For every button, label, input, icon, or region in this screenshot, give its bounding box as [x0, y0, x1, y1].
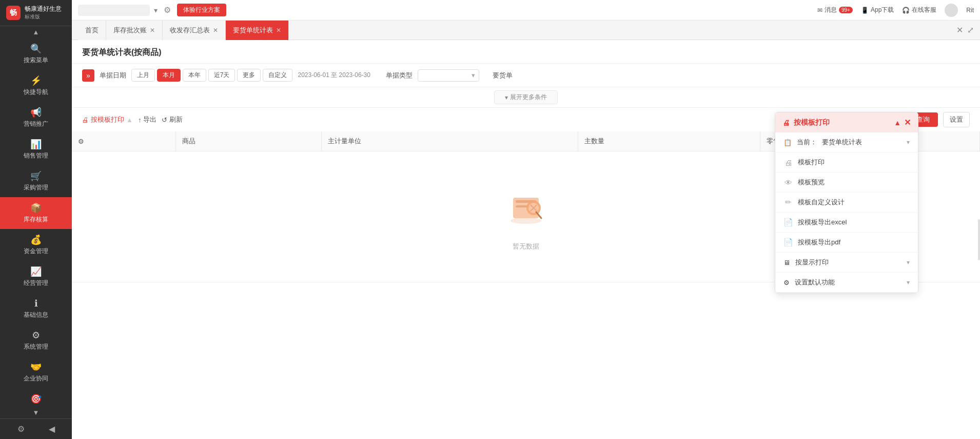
- tab-home[interactable]: 首页: [78, 21, 106, 40]
- sidebar-label-quick-nav: 快捷导航: [24, 88, 48, 97]
- date-btn-7days[interactable]: 近7天: [208, 69, 236, 82]
- refresh-btn[interactable]: ↺ 刷新: [162, 115, 183, 124]
- tabs-close-all-btn[interactable]: ✕: [956, 25, 963, 35]
- sidebar-icon-guide: 🎯: [30, 393, 42, 405]
- print-item-icon-template-custom: ✏: [783, 198, 793, 207]
- tab-receipt-summary[interactable]: 收发存汇总表✕: [163, 21, 226, 40]
- col-header-0: ⚙: [72, 131, 176, 151]
- print-dropdown-close-btn[interactable]: ✕: [904, 118, 911, 127]
- topbar-right: ✉ 消息 99+ 📱 App下载 🎧 在线客服 Rit: [817, 4, 974, 17]
- sidebar-icon-sales: 📊: [30, 139, 42, 150]
- print-sub-display-print[interactable]: 🖥按显示打印▾: [775, 253, 918, 273]
- sidebar-label-enterprise: 企业协同: [24, 374, 48, 383]
- messages-btn[interactable]: ✉ 消息 99+: [817, 6, 853, 14]
- type-select-wrap: [418, 69, 479, 82]
- print-item-template-custom[interactable]: ✏模板自定义设计: [775, 193, 918, 213]
- trial-btn[interactable]: 体验行业方案: [177, 4, 226, 16]
- sidebar-icon-finance: 💰: [30, 234, 42, 245]
- filter-bar: » 单据日期 上月本月本年近7天更多自定义 2023-06-01 至 2023-…: [72, 64, 980, 87]
- export-icon: ↑: [138, 116, 142, 124]
- refresh-label: 刷新: [169, 115, 183, 124]
- app-download-btn[interactable]: 📱 App下载: [861, 6, 894, 14]
- sidebar-item-system[interactable]: ⚙系统管理: [0, 325, 72, 356]
- current-template-row[interactable]: 📋 当前： 要货单统计表 ▾: [775, 132, 918, 152]
- date-btn-custom[interactable]: 自定义: [263, 69, 292, 82]
- print-item-label-template-export-pdf: 按模板导出pdf: [798, 238, 840, 247]
- tab-close-inventory-batch[interactable]: ✕: [150, 27, 155, 34]
- col-header-1: 商品: [176, 131, 321, 151]
- export-btn[interactable]: ↑ 导出: [138, 115, 157, 124]
- sidebar-item-guide[interactable]: 🎯新手引导: [0, 388, 72, 407]
- sidebar-label-sales: 销售管理: [24, 151, 48, 160]
- sidebar-item-sales[interactable]: 📊销售管理: [0, 133, 72, 165]
- settings-btn[interactable]: 设置: [943, 112, 970, 127]
- print-item-template-print[interactable]: 🖨模板打印: [775, 152, 918, 173]
- svg-point-0: [511, 218, 541, 224]
- print-item-template-export-excel[interactable]: 📄按模板导出excel: [775, 213, 918, 233]
- username: Rit: [966, 7, 974, 14]
- date-btn-more[interactable]: 更多: [237, 69, 261, 82]
- online-service-btn[interactable]: 🎧 在线客服: [902, 6, 936, 14]
- sidebar-item-quick-nav[interactable]: ⚡快捷导航: [0, 70, 72, 102]
- topbar: ▾ ⚙ 体验行业方案 ✉ 消息 99+ 📱 App下载 🎧 在线客服 Rit: [72, 0, 980, 21]
- empty-text: 暂无数据: [513, 242, 539, 251]
- search-input[interactable]: [78, 5, 150, 16]
- settings-gear-icon[interactable]: ⚙: [164, 5, 171, 15]
- sidebar-item-search[interactable]: 🔍搜索菜单: [0, 38, 72, 70]
- type-select[interactable]: [418, 69, 479, 82]
- messages-label: 消息: [825, 6, 837, 14]
- sidebar-label-basic-info: 基础信息: [24, 311, 48, 319]
- tab-order-stats[interactable]: 要货单统计表✕: [226, 21, 289, 40]
- print-item-label-template-print: 模板打印: [798, 158, 825, 167]
- sidebar-item-operation[interactable]: 📈经营管理: [0, 261, 72, 293]
- sidebar-scroll-down[interactable]: ▼: [0, 407, 72, 418]
- sidebar-item-basic-info[interactable]: ℹ基础信息: [0, 293, 72, 325]
- print-sub-set-default[interactable]: ⚙设置默认功能▾: [775, 273, 918, 293]
- print-dropdown-header: 🖨 按模板打印 ▲ ✕: [775, 112, 918, 132]
- search-dropdown-btn[interactable]: ▾: [154, 6, 158, 14]
- sidebar-icon-quick-nav: ⚡: [30, 75, 42, 86]
- sidebar-item-marketing[interactable]: 📢营销推广: [0, 102, 72, 133]
- service-icon: 🎧: [902, 7, 910, 14]
- col-settings-icon[interactable]: ⚙: [78, 138, 84, 145]
- sidebar-icon-system: ⚙: [32, 330, 40, 341]
- expand-more-btn[interactable]: ▾ 展开更多条件: [494, 90, 558, 104]
- sidebar-footer: ⚙ ◀: [0, 418, 72, 439]
- print-sub-icon-display-print: 🖥: [783, 259, 790, 266]
- sidebar-item-enterprise[interactable]: 🤝企业协同: [0, 356, 72, 388]
- collapse-icon[interactable]: ◀: [49, 424, 55, 434]
- tab-inventory-batch[interactable]: 库存批次账✕: [106, 21, 163, 40]
- current-label: 当前：: [797, 138, 817, 147]
- order-type-label: 要货单: [493, 71, 513, 80]
- tabs-expand-btn[interactable]: ⤢: [967, 25, 974, 35]
- sidebar-icon-marketing: 📢: [30, 107, 42, 118]
- message-icon: ✉: [817, 7, 822, 14]
- tab-close-receipt-summary[interactable]: ✕: [213, 27, 218, 34]
- page-content: 要货单统计表(按商品) » 单据日期 上月本月本年近7天更多自定义 2023-0…: [72, 40, 980, 439]
- sidebar-logo: 畅 畅康通好生意 标准版: [0, 0, 72, 26]
- print-item-icon-template-export-pdf: 📄: [783, 238, 793, 247]
- filter-expand-icon-btn[interactable]: »: [82, 69, 94, 82]
- sidebar-scroll-up[interactable]: ▲: [0, 26, 72, 38]
- settings-icon[interactable]: ⚙: [17, 424, 25, 434]
- print-btn[interactable]: 🖨 按模板打印 ▲: [82, 115, 133, 124]
- date-btn-current[interactable]: 本月: [157, 69, 181, 82]
- sidebar-item-inventory[interactable]: 📦库存核算: [0, 197, 72, 229]
- page-title: 要货单统计表(按商品): [82, 48, 162, 56]
- date-btn-prev[interactable]: 上月: [131, 69, 155, 82]
- print-item-template-preview[interactable]: 👁模板预览: [775, 173, 918, 193]
- sidebar-icon-search: 🔍: [30, 43, 42, 54]
- print-item-template-export-pdf[interactable]: 📄按模板导出pdf: [775, 233, 918, 253]
- sidebar-icon-operation: 📈: [30, 266, 42, 277]
- sub-arrow-display-print: ▾: [907, 259, 910, 266]
- sidebar-item-purchase[interactable]: 🛒采购管理: [0, 165, 72, 197]
- export-label: 导出: [143, 115, 156, 124]
- tabs-bar: 首页库存批次账✕收发存汇总表✕要货单统计表✕ ✕ ⤢: [72, 21, 980, 40]
- tab-label-order-stats: 要货单统计表: [233, 26, 273, 35]
- tab-close-order-stats[interactable]: ✕: [276, 27, 281, 34]
- tabs-right: ✕ ⤢: [956, 25, 980, 35]
- sidebar-item-finance[interactable]: 💰资金管理: [0, 229, 72, 261]
- avatar[interactable]: [945, 4, 958, 17]
- empty-state-icon: [500, 182, 552, 234]
- date-btn-year[interactable]: 本年: [183, 69, 206, 82]
